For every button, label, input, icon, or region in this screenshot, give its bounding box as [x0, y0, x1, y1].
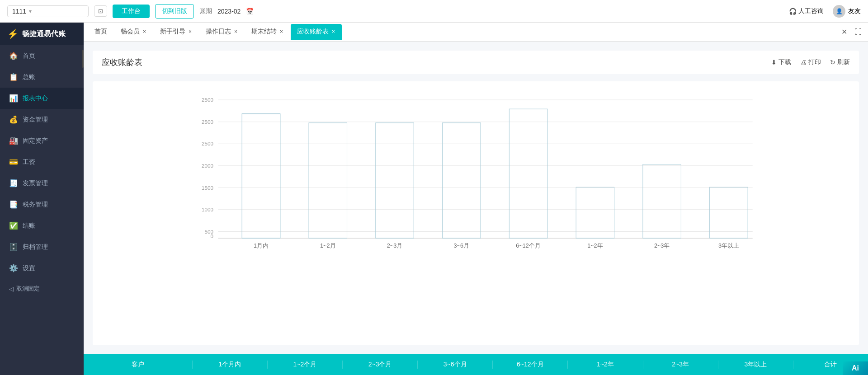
user-label: 友友 [848, 7, 861, 15]
archive-icon: 🗄️ [9, 243, 18, 251]
sidebar-label-asset: 固定资产 [23, 137, 48, 145]
sidebar-item-home[interactable]: 🏠 首页 [0, 45, 84, 66]
report-icon: 📊 [9, 94, 18, 103]
sidebar-item-settle[interactable]: ✅ 结账 [0, 215, 84, 236]
svg-text:1000: 1000 [202, 206, 213, 212]
svg-text:1500: 1500 [202, 185, 213, 191]
svg-rect-23 [576, 187, 614, 238]
switch-version-button[interactable]: 切到旧版 [155, 4, 194, 19]
tab-expand-button[interactable]: ⛶ [853, 26, 863, 38]
svg-text:2500: 2500 [202, 97, 213, 103]
svg-text:2000: 2000 [202, 163, 213, 169]
scroll-indicator [82, 50, 84, 68]
company-name: 1111 [12, 8, 26, 15]
content-area: 首页 畅会员 × 新手引导 × 操作日志 × 期末结转 × 应收账龄表 × [84, 23, 868, 375]
tab-aging-label: 应收账龄表 [297, 28, 329, 36]
table-col-3-6m: 3~6个月 [418, 361, 493, 369]
sidebar-label-report: 报表中心 [23, 94, 48, 103]
cancel-fixed-label: 取消固定 [16, 285, 40, 293]
logo-icon: ⚡ [7, 28, 19, 39]
svg-text:1~2年: 1~2年 [587, 243, 603, 249]
download-button[interactable]: ⬇ 下载 [771, 58, 791, 66]
consult-label: 人工咨询 [798, 7, 824, 15]
chart-area: 2500 2500 2500 2000 1500 1000 500 0 [93, 81, 859, 345]
tab-home[interactable]: 首页 [88, 24, 113, 40]
sidebar: ⚡ 畅捷通易代账 🏠 首页 📋 总账 📊 报表中心 💰 资金管理 🏭 固定资产 … [0, 23, 84, 375]
period-label: 账期 [199, 7, 212, 15]
workbench-button[interactable]: 工作台 [113, 5, 150, 18]
tab-period-close-btn[interactable]: × [279, 28, 283, 35]
sidebar-label-invoice: 发票管理 [23, 179, 48, 188]
svg-text:2500: 2500 [202, 141, 213, 146]
cancel-fixed-button[interactable]: ◁ 取消固定 [0, 279, 84, 298]
invoice-icon: 🧾 [9, 179, 18, 188]
svg-rect-24 [643, 164, 681, 239]
svg-rect-21 [443, 123, 481, 238]
sidebar-item-archive[interactable]: 🗄️ 归档管理 [0, 236, 84, 258]
download-label: 下载 [778, 58, 791, 66]
svg-text:0: 0 [210, 233, 213, 239]
avatar: 👤 [833, 5, 845, 18]
home-icon: 🏠 [9, 52, 18, 60]
calendar-icon[interactable]: 📅 [246, 8, 254, 15]
svg-text:2~3年: 2~3年 [654, 243, 670, 249]
page-content: 应收账龄表 ⬇ 下载 🖨 打印 ↻ 刷新 [84, 42, 868, 354]
sidebar-item-invoice[interactable]: 🧾 发票管理 [0, 173, 84, 194]
sidebar-item-tax[interactable]: 📑 税务管理 [0, 194, 84, 215]
page-title: 应收账龄表 [102, 57, 142, 68]
sidebar-item-salary[interactable]: 💳 工资 [0, 151, 84, 173]
sidebar-item-report[interactable]: 📊 报表中心 [0, 88, 84, 109]
ai-badge[interactable]: Ai [843, 361, 868, 375]
asset-icon: 🏭 [9, 136, 18, 145]
table-col-customer: 客户 [84, 361, 193, 369]
user-info[interactable]: 👤 友友 [833, 5, 861, 18]
tab-member[interactable]: 畅会员 × [114, 24, 153, 40]
tab-aging-close[interactable]: × [331, 28, 335, 35]
svg-rect-25 [710, 187, 748, 238]
tab-oplog[interactable]: 操作日志 × [199, 24, 244, 40]
print-icon: 🖨 [800, 59, 807, 66]
ledger-icon: 📋 [9, 73, 18, 81]
tab-member-close[interactable]: × [142, 28, 146, 35]
tab-oplog-close[interactable]: × [234, 28, 238, 35]
sidebar-item-settings[interactable]: ⚙️ 设置 [0, 258, 84, 279]
sidebar-label-archive: 归档管理 [23, 243, 48, 251]
svg-text:6~12个月: 6~12个月 [516, 243, 541, 249]
svg-text:3~6月: 3~6月 [454, 243, 469, 249]
tab-guide-close[interactable]: × [188, 28, 192, 35]
page-title-bar: 应收账龄表 ⬇ 下载 🖨 打印 ↻ 刷新 [93, 51, 859, 74]
table-col-1-2m: 1~2个月 [268, 361, 343, 369]
consult-button[interactable]: 🎧 人工咨询 [789, 7, 824, 15]
sidebar-label-salary: 工资 [23, 158, 35, 166]
settings-icon: ⚙️ [9, 264, 18, 272]
table-col-2-3m: 2~3个月 [343, 361, 418, 369]
svg-text:1月内: 1月内 [254, 243, 269, 249]
table-col-2-3y: 2~3年 [643, 361, 718, 369]
sidebar-item-fund[interactable]: 💰 资金管理 [0, 109, 84, 130]
tab-member-label: 畅会员 [121, 28, 140, 36]
sidebar-label-home: 首页 [23, 52, 35, 60]
sidebar-label-settle: 结账 [23, 222, 35, 230]
sidebar-label-fund: 资金管理 [23, 116, 48, 124]
svg-text:2~3月: 2~3月 [387, 243, 402, 249]
table-col-3yplus: 3年以上 [718, 361, 793, 369]
copy-button[interactable]: ⊡ [94, 5, 107, 17]
tab-close-all-button[interactable]: ✕ [840, 26, 849, 38]
tab-period-close[interactable]: 期末结转 × [245, 24, 290, 40]
refresh-button[interactable]: ↻ 刷新 [830, 58, 850, 66]
sidebar-item-ledger[interactable]: 📋 总账 [0, 66, 84, 88]
top-header: 1111 ▾ ⊡ 工作台 切到旧版 账期 2023-02 📅 🎧 人工咨询 👤 … [0, 0, 868, 23]
sidebar-item-asset[interactable]: 🏭 固定资产 [0, 130, 84, 151]
tab-aging[interactable]: 应收账龄表 × [291, 24, 342, 40]
tab-period-label: 期末结转 [251, 28, 277, 36]
company-selector[interactable]: 1111 ▾ [7, 5, 89, 17]
main-layout: ⚡ 畅捷通易代账 🏠 首页 📋 总账 📊 报表中心 💰 资金管理 🏭 固定资产 … [0, 23, 868, 375]
title-actions: ⬇ 下载 🖨 打印 ↻ 刷新 [771, 58, 850, 66]
svg-text:3年以上: 3年以上 [718, 243, 739, 249]
tab-guide[interactable]: 新手引导 × [154, 24, 198, 40]
table-col-1-2y: 1~2年 [568, 361, 643, 369]
svg-rect-18 [242, 114, 280, 239]
print-button[interactable]: 🖨 打印 [800, 58, 821, 66]
svg-rect-20 [376, 123, 414, 238]
sidebar-label-settings: 设置 [23, 264, 35, 272]
